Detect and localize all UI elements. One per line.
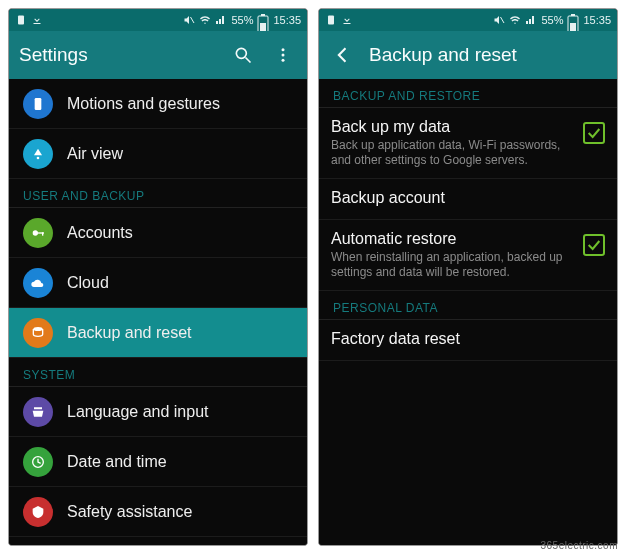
download-icon — [31, 14, 43, 26]
signal-icon — [215, 14, 227, 26]
settings-item-label: Air view — [67, 145, 293, 163]
battery-icon — [257, 14, 269, 26]
settings-item[interactable]: Language and input — [9, 387, 307, 437]
motion-icon — [23, 89, 53, 119]
clock-time: 15:35 — [273, 14, 301, 26]
mute-icon — [183, 14, 195, 26]
preference-subtitle: Back up application data, Wi-Fi password… — [331, 138, 573, 168]
section-header-personal-data: PERSONAL DATA — [319, 291, 617, 320]
wifi-icon — [199, 14, 211, 26]
settings-item-label: Language and input — [67, 403, 293, 421]
backup-restore-section: Back up my dataBack up application data,… — [319, 108, 617, 291]
key-icon — [23, 218, 53, 248]
sim-icon — [325, 14, 337, 26]
check-icon — [586, 237, 602, 253]
checkbox[interactable] — [583, 122, 605, 144]
backup-reset-screen: 55% 15:35 Backup and reset BACKUP AND RE… — [318, 8, 618, 546]
section-header-backup-restore: BACKUP AND RESTORE — [319, 79, 617, 108]
svg-rect-1 — [34, 23, 41, 24]
settings-item-label: Accounts — [67, 224, 293, 242]
preference-item[interactable]: Factory data reset — [319, 320, 617, 361]
checkbox[interactable] — [583, 234, 605, 256]
svg-rect-5 — [261, 14, 265, 16]
status-bar: 55% 15:35 — [9, 9, 307, 31]
settings-item[interactable]: Cloud — [9, 258, 307, 308]
svg-rect-21 — [344, 23, 351, 24]
overflow-menu-button[interactable] — [269, 41, 297, 69]
svg-rect-20 — [328, 16, 334, 25]
cloud-icon — [23, 268, 53, 298]
svg-point-16 — [33, 327, 42, 331]
app-bar: Backup and reset — [319, 31, 617, 79]
app-bar: Settings — [9, 31, 307, 79]
battery-percent: 55% — [541, 14, 563, 26]
preference-item[interactable]: Backup account — [319, 179, 617, 220]
settings-item[interactable]: Accounts — [9, 208, 307, 258]
settings-item[interactable]: Motions and gestures — [9, 79, 307, 129]
settings-item[interactable]: Safety assistance — [9, 487, 307, 537]
check-icon — [586, 125, 602, 141]
preference-subtitle: When reinstalling an application, backed… — [331, 250, 573, 280]
signal-icon — [525, 14, 537, 26]
personal-data-section: Factory data reset — [319, 320, 617, 361]
backup-icon — [23, 318, 53, 348]
safety-icon — [23, 497, 53, 527]
battery-percent: 55% — [231, 14, 253, 26]
battery-icon — [567, 14, 579, 26]
list-section-top: Motions and gesturesAir view — [9, 79, 307, 179]
svg-line-22 — [501, 17, 505, 23]
wifi-icon — [509, 14, 521, 26]
preference-item[interactable]: Back up my dataBack up application data,… — [319, 108, 617, 179]
svg-rect-24 — [570, 23, 576, 31]
preference-item[interactable]: Automatic restoreWhen reinstalling an ap… — [319, 220, 617, 291]
sim-icon — [15, 14, 27, 26]
settings-item[interactable]: Air view — [9, 129, 307, 179]
clock-icon — [23, 447, 53, 477]
overflow-icon — [274, 46, 292, 64]
settings-item-label: Backup and reset — [67, 324, 293, 342]
svg-rect-11 — [35, 98, 42, 110]
svg-point-9 — [282, 54, 285, 57]
watermark-text: 365electric.com — [540, 540, 618, 551]
page-title: Settings — [19, 44, 217, 66]
settings-item-label: Safety assistance — [67, 503, 293, 521]
backup-list[interactable]: BACKUP AND RESTORE Back up my dataBack u… — [319, 79, 617, 545]
settings-screen: 55% 15:35 Settings Motions and gesturesA… — [8, 8, 308, 546]
list-section-system: Language and inputDate and timeSafety as… — [9, 387, 307, 545]
settings-item[interactable]: Date and time — [9, 437, 307, 487]
settings-item[interactable]: Accessories — [9, 537, 307, 545]
list-section-user-backup: AccountsCloudBackup and reset — [9, 208, 307, 358]
search-icon — [233, 45, 253, 65]
clock-time: 15:35 — [583, 14, 611, 26]
settings-item-label: Motions and gestures — [67, 95, 293, 113]
search-button[interactable] — [229, 41, 257, 69]
section-header-system: SYSTEM — [9, 358, 307, 387]
svg-point-13 — [33, 230, 38, 235]
settings-item-label: Date and time — [67, 453, 293, 471]
page-title: Backup and reset — [369, 44, 607, 66]
chevron-left-icon — [333, 45, 353, 65]
mute-icon — [493, 14, 505, 26]
preference-title: Factory data reset — [331, 330, 605, 348]
preference-title: Backup account — [331, 189, 605, 207]
lang-icon — [23, 397, 53, 427]
svg-point-6 — [236, 48, 246, 58]
svg-rect-0 — [18, 16, 24, 25]
svg-line-7 — [246, 58, 251, 63]
section-header-user-backup: USER AND BACKUP — [9, 179, 307, 208]
svg-rect-15 — [42, 232, 43, 235]
svg-rect-4 — [260, 23, 266, 31]
back-button[interactable] — [329, 41, 357, 69]
settings-item-label: Cloud — [67, 274, 293, 292]
settings-item[interactable]: Backup and reset — [9, 308, 307, 358]
svg-rect-25 — [571, 14, 575, 16]
preference-title: Back up my data — [331, 118, 573, 136]
preference-title: Automatic restore — [331, 230, 573, 248]
airview-icon — [23, 139, 53, 169]
svg-point-10 — [282, 59, 285, 62]
svg-point-12 — [37, 156, 40, 159]
svg-line-2 — [191, 17, 195, 23]
status-bar: 55% 15:35 — [319, 9, 617, 31]
svg-point-8 — [282, 48, 285, 51]
settings-list[interactable]: Motions and gesturesAir view USER AND BA… — [9, 79, 307, 545]
